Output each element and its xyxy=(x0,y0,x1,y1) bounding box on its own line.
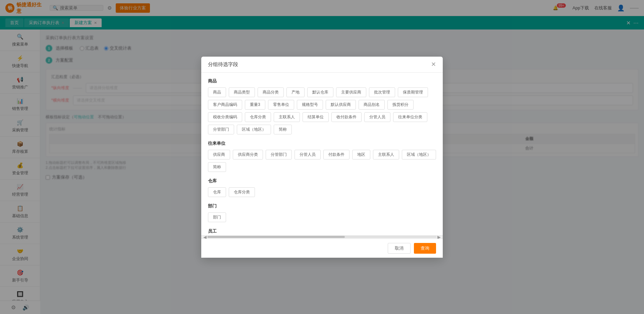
field-weight3[interactable]: 重量3 xyxy=(245,100,265,110)
field-region-product[interactable]: 区域（地区） xyxy=(237,125,271,134)
section-dept: 部门 部门 xyxy=(208,203,436,222)
section-warehouse-title: 仓库 xyxy=(208,178,436,184)
field-short-name[interactable]: 简称 xyxy=(274,125,292,134)
field-product-category[interactable]: 商品分类 xyxy=(258,87,284,97)
field-retail-unit[interactable]: 零售单位 xyxy=(268,100,294,110)
section-warehouse: 仓库 仓库 仓库分类 xyxy=(208,178,436,197)
field-main-supplier[interactable]: 主要供应商 xyxy=(336,87,366,97)
field-supplier[interactable]: 供应商 xyxy=(208,150,230,160)
field-partner-category[interactable]: 往来单位分类 xyxy=(393,112,427,122)
field-supervisor2[interactable]: 分管人员 xyxy=(294,150,321,160)
field-pick-points[interactable]: 拣货积分 xyxy=(387,100,414,110)
field-supervisor[interactable]: 分管人员 xyxy=(364,112,390,122)
dept-fields: 部门 xyxy=(208,212,436,222)
horizontal-scrollbar[interactable]: ◀ ▶ xyxy=(201,235,443,239)
cancel-button[interactable]: 取消 xyxy=(388,243,411,254)
field-dept-mgmt[interactable]: 分管部门 xyxy=(208,125,234,134)
field-product[interactable]: 商品 xyxy=(208,87,226,97)
field-default-warehouse[interactable]: 默认仓库 xyxy=(307,87,333,97)
section-employee: 员工 业务员 xyxy=(208,228,436,235)
section-employee-title: 员工 xyxy=(208,228,436,234)
field-pay-terms[interactable]: 付款条件 xyxy=(323,150,350,160)
modal-footer: 取消 查询 xyxy=(201,239,443,258)
product-fields: 商品 商品类型 商品分类 产地 默认仓库 主要供应商 批次管理 保质期管理 客户… xyxy=(208,87,436,134)
field-default-supplier[interactable]: 默认供应商 xyxy=(326,100,356,110)
modal-body: 商品 商品 商品类型 商品分类 产地 默认仓库 主要供应商 批次管理 保质期管理… xyxy=(201,73,443,235)
scroll-track xyxy=(207,236,437,238)
modal-overlay: 分组待选字段 ✕ 商品 商品 商品类型 商品分类 产地 默认仓库 主要供应商 批… xyxy=(0,0,644,314)
field-dept-mgmt2[interactable]: 分管部门 xyxy=(266,150,292,160)
field-tax-code[interactable]: 税收分类编码 xyxy=(208,112,242,122)
warehouse-fields: 仓库 仓库分类 xyxy=(208,187,436,197)
modal-header: 分组待选字段 ✕ xyxy=(201,57,443,73)
field-main-contact[interactable]: 主联系人 xyxy=(274,112,300,122)
field-abbr[interactable]: 简称 xyxy=(208,162,226,172)
field-batch-mgmt[interactable]: 批次管理 xyxy=(369,87,395,97)
field-expiry-mgmt[interactable]: 保质期管理 xyxy=(398,87,428,97)
field-origin[interactable]: 产地 xyxy=(286,87,305,97)
field-selection-modal: 分组待选字段 ✕ 商品 商品 商品类型 商品分类 产地 默认仓库 主要供应商 批… xyxy=(201,57,443,258)
partner-fields: 供应商 供应商分类 分管部门 分管人员 付款条件 地区 主联系人 区域（地区） … xyxy=(208,150,436,172)
section-partner-title: 往来单位 xyxy=(208,140,436,146)
field-customer-code[interactable]: 客户商品编码 xyxy=(208,100,242,110)
field-warehouse-cat[interactable]: 仓库分类 xyxy=(229,187,255,197)
section-partner: 往来单位 供应商 供应商分类 分管部门 分管人员 付款条件 地区 主联系人 区域… xyxy=(208,140,436,172)
section-product: 商品 商品 商品类型 商品分类 产地 默认仓库 主要供应商 批次管理 保质期管理… xyxy=(208,78,436,134)
modal-title: 分组待选字段 xyxy=(208,61,238,68)
field-supplier-category[interactable]: 供应商分类 xyxy=(233,150,263,160)
field-settlement-unit[interactable]: 结算单位 xyxy=(303,112,329,122)
field-spec-model[interactable]: 规格型号 xyxy=(297,100,323,110)
field-main-contact2[interactable]: 主联系人 xyxy=(373,150,399,160)
field-payment-terms[interactable]: 收付款条件 xyxy=(331,112,362,122)
field-product-type[interactable]: 商品类型 xyxy=(229,87,255,97)
field-region2[interactable]: 区域（地区） xyxy=(402,150,436,160)
modal-close-button[interactable]: ✕ xyxy=(431,61,436,67)
section-product-title: 商品 xyxy=(208,78,436,84)
field-product-alias[interactable]: 商品别名 xyxy=(359,100,385,110)
confirm-button[interactable]: 查询 xyxy=(414,243,436,254)
field-dept[interactable]: 部门 xyxy=(208,212,226,222)
section-dept-title: 部门 xyxy=(208,203,436,209)
field-warehouse[interactable]: 仓库 xyxy=(208,187,226,197)
field-region[interactable]: 地区 xyxy=(352,150,370,160)
scroll-thumb xyxy=(207,236,345,238)
field-warehouse-category[interactable]: 仓库分类 xyxy=(245,112,271,122)
